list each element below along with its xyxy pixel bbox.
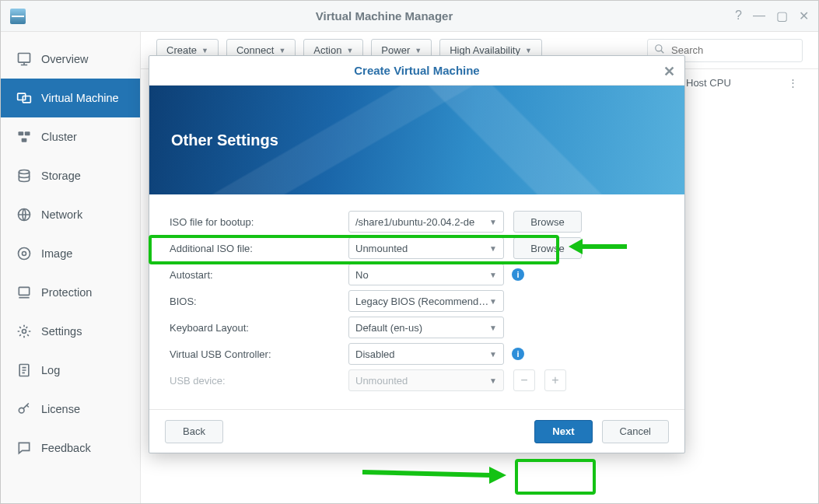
field-label: BIOS: [170, 296, 348, 307]
field-bios: BIOS: Legacy BIOS (Recommended)▼ [170, 288, 664, 314]
key-icon [16, 401, 32, 417]
gear-icon [16, 324, 32, 339]
remove-usb-button: − [513, 369, 535, 391]
next-button[interactable]: Next [534, 420, 592, 443]
browse-button[interactable]: Browse [513, 237, 582, 259]
field-label: ISO file for bootup: [170, 216, 348, 228]
sidebar-item-protection[interactable]: Protection [1, 273, 140, 312]
help-icon[interactable]: ? [735, 9, 742, 23]
autostart-select[interactable]: No▼ [348, 264, 504, 285]
modal-body: ISO file for bootup: /share1/ubuntu-20.0… [149, 194, 684, 409]
sidebar-item-label: Log [41, 364, 60, 376]
feedback-icon [16, 440, 32, 456]
field-usb-device: USB device: Unmounted▼ − + [170, 367, 664, 394]
svg-point-11 [23, 330, 26, 334]
cancel-button[interactable]: Cancel [602, 420, 669, 443]
chevron-down-icon: ▼ [346, 47, 353, 54]
sidebar-item-feedback[interactable]: Feedback [1, 429, 140, 467]
bios-select[interactable]: Legacy BIOS (Recommended)▼ [348, 290, 504, 312]
sidebar-item-label: Virtual Machine [41, 92, 119, 104]
keyboard-select[interactable]: Default (en-us)▼ [348, 317, 504, 338]
browse-button[interactable]: Browse [513, 211, 582, 233]
sidebar-item-overview[interactable]: Overview [1, 40, 140, 79]
back-button[interactable]: Back [165, 420, 223, 443]
field-usb-controller: Virtual USB Controller: Disabled▼ i [170, 341, 664, 367]
log-icon [16, 362, 32, 378]
sidebar-item-label: Image [41, 247, 72, 260]
sidebar-item-label: Cluster [41, 131, 77, 143]
storage-icon [16, 168, 32, 184]
field-keyboard: Keyboard Layout: Default (en-us)▼ [170, 314, 664, 341]
field-label: Additional ISO file: [170, 243, 348, 254]
svg-point-13 [19, 408, 24, 413]
add-usb-button: + [544, 369, 566, 391]
sidebar-item-virtual-machine[interactable]: Virtual Machine [1, 79, 140, 117]
modal-footer: Back Next Cancel [149, 409, 684, 453]
image-icon [16, 246, 32, 261]
chevron-down-icon: ▼ [489, 324, 497, 332]
chevron-down-icon: ▼ [489, 244, 497, 253]
field-label: Autostart: [170, 269, 348, 281]
modal-title: Create Virtual Machine [354, 64, 479, 77]
sidebar-item-image[interactable]: Image [1, 234, 140, 273]
sidebar-item-label: License [41, 403, 80, 415]
iso-bootup-select[interactable]: /share1/ubuntu-20.04.2-de▼ [348, 211, 504, 233]
chevron-down-icon: ▼ [525, 47, 532, 54]
chevron-down-icon: ▼ [415, 47, 422, 54]
protection-icon [16, 285, 32, 300]
sidebar-item-license[interactable]: License [1, 390, 140, 429]
svg-point-9 [23, 252, 26, 256]
column-host-cpu[interactable]: Host CPU [686, 77, 731, 89]
sidebar-item-label: Network [41, 208, 82, 221]
chevron-down-icon: ▼ [489, 218, 497, 226]
sidebar-item-network[interactable]: Network [1, 195, 140, 234]
sidebar-item-label: Settings [41, 325, 82, 338]
svg-rect-10 [19, 287, 29, 295]
svg-rect-0 [19, 54, 30, 63]
chevron-down-icon: ▼ [278, 47, 285, 54]
app-icon [10, 9, 26, 24]
svg-rect-4 [25, 131, 30, 135]
modal-hero: Other Settings [149, 86, 684, 194]
modal-title-bar: Create Virtual Machine ✕ [149, 56, 684, 86]
sidebar-item-settings[interactable]: Settings [1, 312, 140, 351]
virtual-machine-icon [16, 90, 32, 106]
sidebar-item-storage[interactable]: Storage [1, 156, 140, 195]
additional-iso-select[interactable]: Unmounted▼ [348, 237, 504, 259]
info-icon[interactable]: i [512, 268, 524, 281]
chevron-down-icon: ▼ [489, 271, 497, 279]
chevron-down-icon: ▼ [489, 297, 497, 306]
usb-controller-select[interactable]: Disabled▼ [348, 343, 504, 365]
sidebar-item-label: Protection [41, 286, 92, 299]
svg-rect-3 [19, 131, 24, 135]
search-input[interactable] [670, 44, 803, 57]
field-label: Keyboard Layout: [170, 322, 348, 334]
sidebar: Overview Virtual Machine Cluster Storage… [1, 32, 141, 503]
close-icon[interactable]: ✕ [663, 63, 675, 80]
network-icon [16, 207, 32, 222]
sidebar-item-cluster[interactable]: Cluster [1, 117, 140, 156]
usb-device-select: Unmounted▼ [348, 369, 504, 391]
chevron-down-icon: ▼ [201, 47, 208, 54]
create-vm-modal: Create Virtual Machine ✕ Other Settings … [149, 55, 685, 453]
close-window-icon[interactable]: ✕ [799, 9, 809, 23]
sidebar-item-label: Overview [41, 53, 88, 65]
field-additional-iso: Additional ISO file: Unmounted▼ Browse [170, 235, 664, 261]
svg-rect-2 [23, 96, 30, 103]
table-menu-icon[interactable]: ⋮ [788, 77, 798, 89]
overview-icon [16, 51, 32, 67]
field-autostart: Autostart: No▼ i [170, 261, 664, 288]
titlebar: Virtual Machine Manager ? — ▢ ✕ [1, 1, 818, 32]
svg-rect-5 [22, 138, 27, 142]
field-label: Virtual USB Controller: [170, 348, 348, 360]
field-label: USB device: [170, 375, 348, 387]
window-title: Virtual Machine Manager [33, 9, 735, 23]
sidebar-item-label: Storage [41, 170, 81, 182]
minimize-icon[interactable]: — [753, 9, 765, 23]
cluster-icon [16, 129, 32, 145]
maximize-icon[interactable]: ▢ [776, 9, 788, 23]
modal-section-title: Other Settings [171, 131, 278, 149]
sidebar-item-log[interactable]: Log [1, 351, 140, 390]
chevron-down-icon: ▼ [489, 350, 497, 359]
info-icon[interactable]: i [512, 348, 524, 360]
